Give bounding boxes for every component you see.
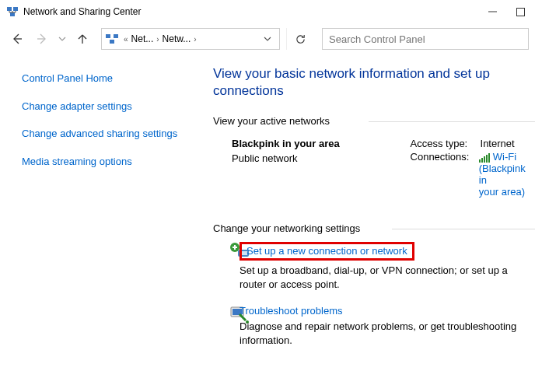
search-placeholder: Search Control Panel xyxy=(329,33,425,45)
sidebar-link-home[interactable]: Control Panel Home xyxy=(22,72,180,86)
refresh-button[interactable] xyxy=(286,28,314,50)
minimize-button[interactable] xyxy=(485,5,499,19)
up-button[interactable] xyxy=(72,28,93,50)
wifi-signal-icon xyxy=(479,153,490,163)
titlebar: Network and Sharing Center xyxy=(0,0,535,23)
maximize-button[interactable] xyxy=(513,5,527,19)
sidebar-link-adapter[interactable]: Change adapter settings xyxy=(22,100,180,114)
toolbar: « Net... › Netw... › Search Control Pane… xyxy=(0,23,535,54)
svg-rect-8 xyxy=(114,34,118,38)
svg-rect-12 xyxy=(484,156,485,163)
network-type: Public network xyxy=(232,152,404,164)
forward-button[interactable] xyxy=(31,28,53,50)
breadcrumb-icon xyxy=(105,32,119,46)
access-type-label: Access type: xyxy=(411,138,481,149)
crumb-part-1[interactable]: Net... xyxy=(131,33,154,44)
svg-rect-10 xyxy=(479,159,481,163)
highlight-box: Set up a new connection or network xyxy=(240,242,414,261)
option-setup-row: Set up a new connection or network Set u… xyxy=(213,242,535,291)
setup-connection-desc: Set up a broadband, dial-up, or VPN conn… xyxy=(240,264,535,291)
sidebar: Control Panel Home Change adapter settin… xyxy=(0,54,194,392)
svg-rect-4 xyxy=(516,8,524,16)
change-settings-label: Change your networking settings xyxy=(213,222,535,234)
page-heading: View your basic network information and … xyxy=(213,65,535,100)
back-button[interactable] xyxy=(6,28,28,50)
setup-connection-icon xyxy=(213,242,240,291)
breadcrumb[interactable]: « Net... › Netw... › xyxy=(101,28,280,50)
breadcrumb-dropdown[interactable] xyxy=(257,35,278,43)
app-icon xyxy=(6,5,19,18)
search-input[interactable]: Search Control Panel xyxy=(322,28,529,50)
recent-dropdown[interactable] xyxy=(56,28,68,50)
network-name: Blackpink in your area xyxy=(232,138,404,149)
main-panel: View your basic network information and … xyxy=(194,54,535,392)
sidebar-link-advanced[interactable]: Change advanced sharing settings xyxy=(22,127,180,141)
troubleshoot-desc: Diagnose and repair network problems, or… xyxy=(240,320,535,347)
svg-rect-7 xyxy=(106,34,110,38)
window-title: Network and Sharing Center xyxy=(23,6,485,17)
svg-rect-11 xyxy=(481,158,483,163)
troubleshoot-icon xyxy=(213,305,240,347)
svg-rect-0 xyxy=(7,7,12,11)
svg-rect-2 xyxy=(10,12,15,16)
connections-label: Connections: xyxy=(411,151,479,198)
chevron-right-icon: › xyxy=(153,35,162,44)
svg-rect-9 xyxy=(110,40,114,44)
crumb-part-2[interactable]: Netw... xyxy=(163,33,191,44)
connections-link[interactable]: Wi-Fi (Blackpink in your area) xyxy=(479,151,535,198)
svg-rect-14 xyxy=(488,153,490,163)
sidebar-link-media[interactable]: Media streaming options xyxy=(22,155,180,169)
active-networks-label: View your active networks xyxy=(213,115,535,127)
troubleshoot-link[interactable]: Troubleshoot problems xyxy=(240,305,342,317)
active-network-block: Blackpink in your area Public network Ac… xyxy=(213,138,535,199)
chevron-right-icon: › xyxy=(191,35,199,44)
option-troubleshoot-row: Troubleshoot problems Diagnose and repai… xyxy=(213,305,535,347)
crumb-sep-icon: « xyxy=(121,35,131,44)
svg-rect-13 xyxy=(486,155,488,163)
svg-rect-1 xyxy=(13,7,18,11)
access-type-value: Internet xyxy=(481,138,515,149)
setup-connection-link[interactable]: Set up a new connection or network xyxy=(247,245,407,257)
